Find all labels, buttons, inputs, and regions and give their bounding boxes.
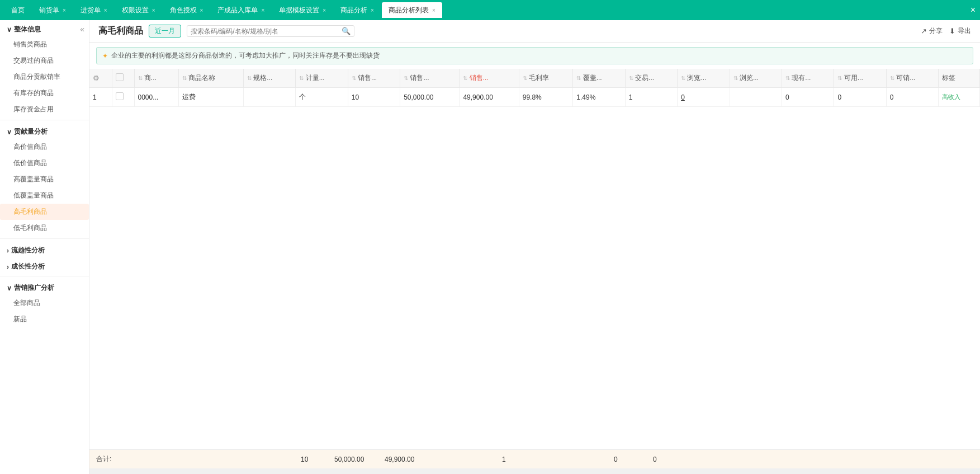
horizontal-scrollbar[interactable] xyxy=(89,468,980,474)
sidebar-item-low-margin[interactable]: 低毛利商品 xyxy=(0,220,89,236)
col-unit[interactable]: ⇅ 计量... xyxy=(296,69,348,88)
sidebar-item-contribution-rate[interactable]: 商品分贡献销率 xyxy=(0,69,89,85)
nav-tab-purchase[interactable]: 进货单 × xyxy=(74,2,114,18)
share-button[interactable]: ↗ 分享 xyxy=(921,26,943,36)
close-icon[interactable]: × xyxy=(200,7,203,13)
footer-label: 合计: xyxy=(96,454,141,464)
row-name[interactable]: 运费 xyxy=(179,88,244,107)
export-button[interactable]: ⬇ 导出 xyxy=(949,26,971,36)
col-sale-qty[interactable]: ⇅ 销售... xyxy=(348,69,400,88)
footer-current-stock: 0 xyxy=(610,456,650,463)
sidebar-group-overall[interactable]: ∨ 整体信息 xyxy=(0,20,89,36)
row-checkbox[interactable] xyxy=(112,88,134,107)
filter-month-button[interactable]: 近一月 xyxy=(149,25,181,37)
row-gross-margin: 99.8% xyxy=(519,88,573,107)
row-saleable: 0 xyxy=(886,88,938,107)
sidebar-item-all-goods[interactable]: 全部商品 xyxy=(0,295,89,311)
col-browse1[interactable]: ⇅ 浏览... xyxy=(678,69,730,88)
row-browse2 xyxy=(730,88,782,107)
search-input[interactable] xyxy=(191,27,339,35)
sidebar-item-low-coverage[interactable]: 低覆盖量商品 xyxy=(0,187,89,204)
sidebar-item-high-margin[interactable]: 高毛利商品 xyxy=(0,204,89,220)
close-all-tabs-button[interactable]: × xyxy=(970,5,976,15)
export-icon: ⬇ xyxy=(949,27,955,35)
share-icon: ↗ xyxy=(921,27,927,35)
row-index: 1 xyxy=(89,88,112,107)
data-table: ⚙ ⇅ 商... ⇅ 商品名称 xyxy=(89,69,980,107)
close-icon[interactable]: × xyxy=(152,7,155,13)
footer-sale-qty: 10 xyxy=(297,456,331,463)
col-code[interactable]: ⇅ 商... xyxy=(134,69,179,88)
col-name[interactable]: ⇅ 商品名称 xyxy=(179,69,244,88)
search-icon[interactable]: 🔍 xyxy=(342,27,351,35)
close-icon[interactable]: × xyxy=(63,7,66,13)
page-title: 高毛利商品 xyxy=(98,25,143,37)
nav-tab-analysis[interactable]: 商品分析 × xyxy=(334,2,381,18)
select-all-checkbox[interactable] xyxy=(116,73,124,81)
row-code[interactable]: 0000... xyxy=(134,88,179,107)
row-sale-qty: 10 xyxy=(348,88,400,107)
col-available[interactable]: ⇅ 可用... xyxy=(834,69,886,88)
sidebar-item-high-value[interactable]: 高价值商品 xyxy=(0,139,89,155)
nav-tab-template[interactable]: 单据模板设置 × xyxy=(272,2,333,18)
sidebar-item-traded-goods[interactable]: 交易过的商品 xyxy=(0,53,89,69)
close-icon[interactable]: × xyxy=(261,7,264,13)
content-area: 高毛利商品 近一月 🔍 ↗ 分享 ⬇ 导出 ✦ 企业的主要的利润都是这部分商品创… xyxy=(89,20,980,474)
footer-sale-cost: 49,900.00 xyxy=(381,456,432,463)
nav-tab-product-in[interactable]: 产成品入库单 × xyxy=(211,2,271,18)
sidebar-collapse-button[interactable]: « xyxy=(80,25,84,34)
close-icon[interactable]: × xyxy=(371,7,374,13)
sidebar-item-stocked-goods[interactable]: 有库存的商品 xyxy=(0,85,89,101)
row-browse1[interactable]: 0 xyxy=(678,88,730,107)
sidebar-group-growth[interactable]: › 成长性分析 xyxy=(0,257,89,274)
info-icon: ✦ xyxy=(102,52,108,60)
nav-tab-sales[interactable]: 销货单 × xyxy=(32,2,73,18)
col-sale-amount[interactable]: ⇅ 销售... xyxy=(400,69,460,88)
settings-icon[interactable]: ⚙ xyxy=(93,74,100,82)
col-sale-cost[interactable]: ⇅ 销售... xyxy=(460,69,519,88)
table-footer: 合计: 10 50,000.00 49,900.00 1 0 0 xyxy=(89,449,980,468)
row-spec xyxy=(243,88,295,107)
sidebar-item-sales-goods[interactable]: 销售类商品 xyxy=(0,36,89,53)
footer-trade: 1 xyxy=(499,456,543,463)
sidebar-item-low-value[interactable]: 低价值商品 xyxy=(0,155,89,171)
col-spec[interactable]: ⇅ 规格... xyxy=(243,69,295,88)
row-sale-amount: 50,000.00 xyxy=(400,88,460,107)
close-icon[interactable]: × xyxy=(104,7,107,13)
footer-available: 0 xyxy=(650,456,689,463)
sidebar-item-new-goods[interactable]: 新品 xyxy=(0,311,89,327)
sidebar-item-stock-capital[interactable]: 库存资金占用 xyxy=(0,101,89,118)
sidebar-group-marketing[interactable]: ∨ 营销推广分析 xyxy=(0,279,89,295)
nav-tab-analysis-list[interactable]: 商品分析列表 × xyxy=(382,2,442,18)
close-icon[interactable]: × xyxy=(323,7,326,13)
footer-cells: 10 50,000.00 49,900.00 1 0 0 xyxy=(141,456,973,463)
col-gross-margin[interactable]: ⇅ 毛利率 xyxy=(519,69,573,88)
col-saleable[interactable]: ⇅ 可销... xyxy=(886,69,938,88)
sidebar-group-contribution[interactable]: ∨ 贡献量分析 xyxy=(0,123,89,139)
row-sale-cost: 49,900.00 xyxy=(460,88,519,107)
close-icon[interactable]: × xyxy=(432,7,435,13)
col-checkbox xyxy=(112,69,134,88)
sidebar-group-trend[interactable]: › 流趋性分析 xyxy=(0,241,89,257)
col-current-stock[interactable]: ⇅ 现有... xyxy=(782,69,834,88)
col-trade[interactable]: ⇅ 交易... xyxy=(625,69,677,88)
main-layout: « ∨ 整体信息 销售类商品 交易过的商品 商品分贡献销率 有库存的商品 库存资… xyxy=(0,20,980,474)
col-coverage[interactable]: ⇅ 覆盖... xyxy=(573,69,625,88)
row-tag: 高收入 xyxy=(939,88,980,107)
col-tag[interactable]: 标签 xyxy=(939,69,980,88)
search-box: 🔍 xyxy=(187,25,354,37)
sidebar-item-high-coverage[interactable]: 高覆盖量商品 xyxy=(0,171,89,187)
row-available: 0 xyxy=(834,88,886,107)
col-browse2[interactable]: ⇅ 浏览... xyxy=(730,69,782,88)
row-trade: 1 xyxy=(625,88,677,107)
row-unit: 个 xyxy=(296,88,348,107)
nav-tab-home[interactable]: 首页 xyxy=(4,2,31,18)
info-banner: ✦ 企业的主要的利润都是这部分商品创造的，可考虑加大推广，同时关注库存是不要出现… xyxy=(96,47,973,64)
header-right: ↗ 分享 ⬇ 导出 xyxy=(921,26,971,36)
table-container[interactable]: ⚙ ⇅ 商... ⇅ 商品名称 xyxy=(89,69,980,449)
nav-tab-role[interactable]: 角色授权 × xyxy=(163,2,210,18)
col-settings[interactable]: ⚙ xyxy=(89,69,112,88)
row-current-stock: 0 xyxy=(782,88,834,107)
table-row: 1 0000... 运费 个 xyxy=(89,88,980,107)
nav-tab-permission[interactable]: 权限设置 × xyxy=(115,2,162,18)
